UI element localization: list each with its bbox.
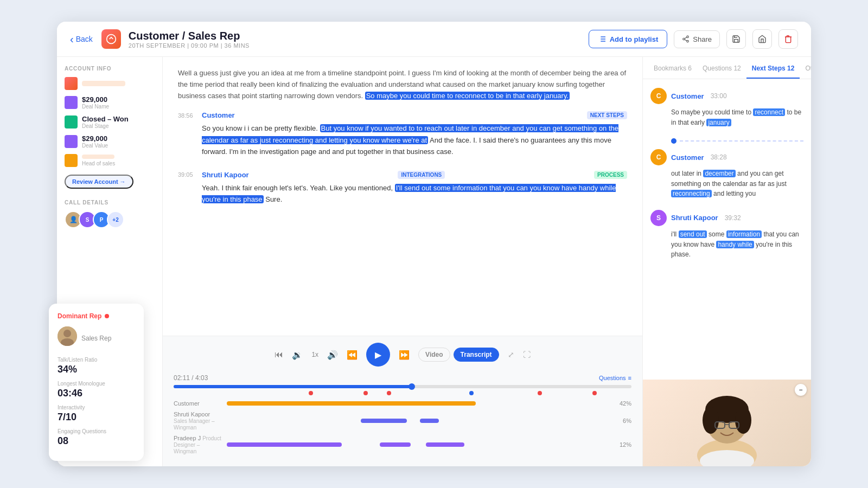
right-panel: Bookmarks 6 Questions 12 Next Steps 12 O…	[643, 57, 811, 466]
svg-point-22	[63, 330, 71, 337]
svg-line-11	[685, 37, 687, 38]
tab-bookmarks[interactable]: Bookmarks 6	[648, 57, 697, 79]
pradeep-pct: 12%	[614, 441, 631, 448]
transcript-block-1: 38:56 Customer NEXT STEPS So you know i …	[178, 111, 627, 157]
skip-back-start-button[interactable]: ⏮	[275, 350, 283, 359]
stats-avatar-row: Sales Rep	[58, 326, 135, 350]
dominant-rep-label: Dominant Rep	[58, 312, 101, 320]
speed-up-button[interactable]: 🔊	[327, 350, 338, 360]
timestamp-1: 38:56	[178, 112, 197, 119]
svg-point-7	[687, 36, 689, 38]
sales-rep-avatar-icon	[58, 326, 77, 346]
highlight-block2: I'll send out some information that you …	[202, 184, 616, 203]
svg-point-8	[683, 38, 685, 40]
pradeep-bar-fill3	[426, 442, 464, 447]
comment-block-2: C Customer 38:28 out later in december a…	[650, 149, 803, 199]
head-label: Head of sales	[82, 160, 115, 166]
player-controls: ⏮ 🔉 1x 🔊 ⏪ ▶ ⏩ Video Transcript ⤢ ⛶	[163, 336, 642, 371]
current-time: 02:11 / 4:03	[174, 374, 208, 382]
stats-role: Sales Rep	[81, 335, 111, 342]
head-icon	[65, 154, 78, 167]
account-section-label: ACCOUNT INFO	[65, 66, 155, 72]
highlight-reconnecting: reconnecting	[671, 190, 712, 197]
transcript-block-2: 39:05 Shruti Kapoor INTEGRATIONS PROCESS…	[178, 171, 627, 206]
comment-header-3: S Shruti Kapoor 39:32	[650, 210, 803, 226]
tag-integrations: INTEGRATIONS	[398, 171, 445, 179]
delete-icon-button[interactable]	[778, 29, 798, 49]
shruti-bar-fill	[361, 419, 407, 423]
comment-avatar-3: S	[650, 210, 667, 226]
highlight-reconnect: So maybe you could time to reconnect to …	[365, 92, 570, 100]
transcript-area: Well a guess just give you an idea at me…	[163, 57, 643, 466]
svg-point-0	[106, 35, 116, 44]
timeline-top: 02:11 / 4:03 Questions ≡	[174, 374, 631, 382]
customer-pct: 42%	[614, 400, 631, 407]
fast-forward-button[interactable]: ⏩	[399, 350, 410, 360]
head-name-placeholder	[82, 155, 114, 159]
dot-marker-2	[363, 391, 368, 395]
transcript-text-1: So you know i i can be pretty flexible. …	[178, 123, 627, 157]
engaging-questions-value: 08	[58, 435, 135, 447]
account-logo-item	[65, 77, 155, 90]
highlight-block1: But you know if you wanted to to reach o…	[202, 124, 618, 144]
add-to-playlist-button[interactable]: Add to playlist	[589, 30, 668, 48]
call-details-section: CALL DETAILS 👤 S P +2	[65, 200, 155, 228]
dot-marker-1	[309, 391, 313, 395]
deal-value2-item: $29,000 Deal Value	[65, 134, 155, 149]
engaging-questions-label: Engaging Questions	[58, 428, 135, 434]
tab-others[interactable]: Others 12	[800, 57, 811, 79]
talk-listen-row: Talk/Listen Ratio 34%	[58, 357, 135, 375]
deal-value2-icon	[65, 135, 78, 148]
review-label: Review Account →	[72, 178, 126, 185]
dot-marker-4	[469, 391, 474, 395]
page-subtitle: 20TH SEPTEMBER | 09:00 PM | 36 MINS	[129, 42, 250, 49]
app-logo	[101, 29, 121, 49]
home-icon-button[interactable]	[752, 29, 772, 49]
speaker-bar-shruti	[227, 419, 610, 423]
transcript-toggle-button[interactable]: Transcript	[454, 348, 499, 362]
interactivity-row: Interactivity 7/10	[58, 404, 135, 423]
back-button[interactable]: Back	[70, 33, 93, 46]
fullscreen-button[interactable]: ⛶	[523, 350, 531, 359]
transcript-block-header-2: 39:05 Shruti Kapoor INTEGRATIONS PROCESS	[178, 171, 627, 179]
deal-value-item: $29,000 Deal Name	[65, 95, 155, 110]
header-title-block: Customer / Sales Rep 20TH SEPTEMBER | 09…	[129, 30, 250, 49]
engaging-questions-row: Engaging Questions 08	[58, 428, 135, 447]
speaker-pradeep-label: Pradeep J Product Designer – Wingman	[174, 435, 222, 454]
comment-text-1: So maybe you could time to reconnect to …	[650, 107, 803, 127]
app-header: Back Customer / Sales Rep 20TH SEPTEMBER…	[57, 22, 811, 57]
comment-block-3: S Shruti Kapoor 39:32 i'll send out some…	[650, 210, 803, 260]
review-account-button[interactable]: Review Account →	[65, 175, 133, 189]
speed-down-button[interactable]: 🔉	[292, 350, 303, 360]
svg-point-16	[735, 407, 751, 434]
comment-avatar-1: C	[650, 88, 667, 104]
tab-questions[interactable]: Questions 12	[697, 57, 746, 79]
save-icon-button[interactable]	[726, 29, 746, 49]
timeline-dots	[174, 390, 631, 396]
deal-stage-icon	[65, 115, 78, 129]
tab-next-steps[interactable]: Next Steps 12	[746, 57, 800, 79]
comment-time-3: 39:32	[725, 214, 741, 222]
speaker-1: Customer	[202, 111, 235, 119]
expand-button[interactable]: ⤢	[508, 350, 514, 359]
comment-speaker-2: Customer	[671, 153, 704, 162]
progress-bar[interactable]	[174, 385, 631, 388]
minimize-video-button[interactable]: −	[795, 384, 807, 396]
comment-header-1: C Customer 33:00	[650, 88, 803, 104]
play-pause-button[interactable]: ▶	[366, 343, 390, 367]
tag-process: PROCESS	[594, 171, 627, 179]
video-toggle-button[interactable]: Video	[418, 348, 450, 362]
progress-thumb[interactable]	[409, 383, 415, 390]
comment-time-2: 38:28	[711, 153, 727, 161]
pradeep-bar-fill	[227, 442, 342, 447]
rewind-button[interactable]: ⏪	[347, 350, 358, 360]
comment-header-2: C Customer 38:28	[650, 149, 803, 165]
account-logo-icon	[65, 77, 78, 90]
share-button[interactable]: Share	[674, 30, 720, 48]
speaker-row-shruti: Shruti Kapoor Sales Manager – Wingman 6%	[174, 411, 631, 431]
right-tabs: Bookmarks 6 Questions 12 Next Steps 12 O…	[643, 57, 811, 79]
deal-icon	[65, 96, 78, 109]
connection-dashed-line	[680, 140, 803, 142]
share-label: Share	[693, 35, 712, 43]
deal-stage: Closed – Won	[82, 115, 129, 123]
